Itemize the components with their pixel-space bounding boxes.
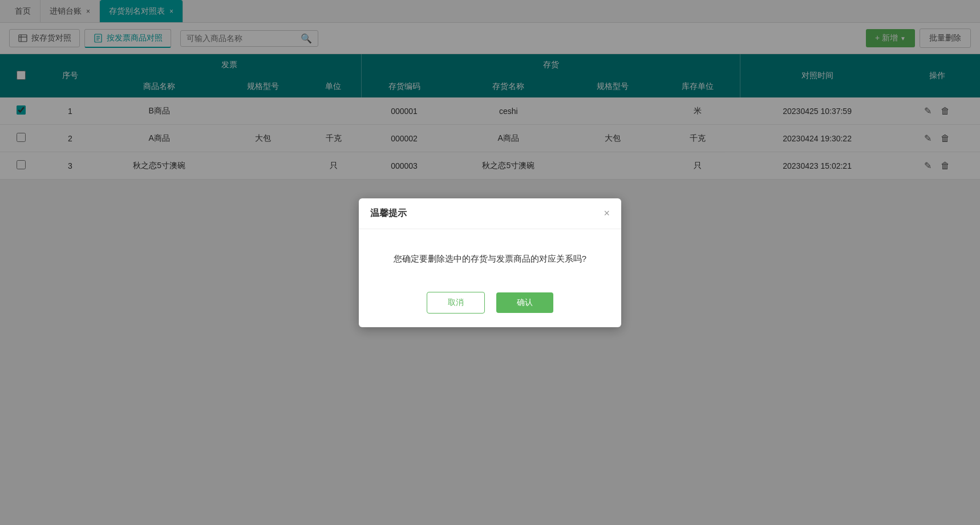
dialog-overlay: 温馨提示 × 您确定要删除选中的存货与发票商品的对应关系吗? 取消 确认 xyxy=(0,0,980,180)
